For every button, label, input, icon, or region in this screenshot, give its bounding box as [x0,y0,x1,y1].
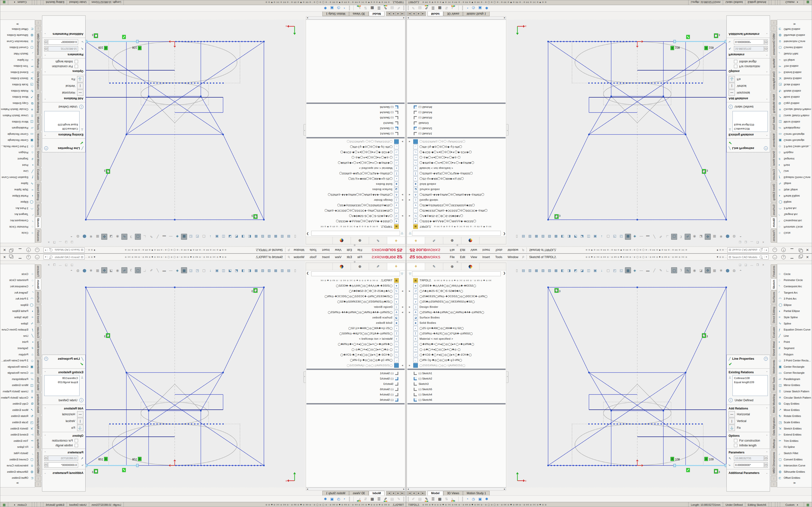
menu-item-partial-ellipse[interactable]: ◗Partial Ellipse [777,308,812,314]
tree-row[interactable]: ▱◯✚ЧƆƧ◦✱◯✳●[◯◎◯]●✳◯✱◦ƧƆЧ✚◯ [306,352,405,357]
menu-item-stretch-entities[interactable]: ⇲Stretch Entities [777,75,812,82]
display-pane-expand-icon[interactable]: ❯ [503,271,506,275]
tab-surfaces[interactable]: Surfaces [35,290,41,304]
angle-spinner[interactable]: ▲▼ [764,39,768,45]
tree-row-sketch[interactable]: (-) Sketch5 [407,387,506,392]
bottom-toolbar-icon[interactable]: ▣ [478,6,481,10]
option-for-construction[interactable]: For construction [42,438,85,443]
minimize-button[interactable] [18,249,21,249]
tree-row-sketch[interactable]: (-) Sketch5 [407,115,506,120]
add-relation-fix[interactable]: ⚓Fix [727,76,770,82]
tree-row[interactable]: ◙Solid Bodies [407,181,506,187]
view-toolbar-icon[interactable]: ▢ [605,268,611,273]
menu-item-spline[interactable]: ∿Spline [0,320,35,327]
menu-item-center-rectangle[interactable]: ▣Center Rectangle [777,363,812,370]
menu-item-corner-rectangle[interactable]: ▭Corner Rectangle [0,370,35,376]
view-toolbar-icon[interactable]: ◪ [108,234,114,239]
view-toolbar-icon[interactable]: ∿ [684,234,691,240]
resources-tab[interactable]: ▩ [804,502,812,507]
tree-row[interactable]: ◐◯Ƨ5·Ц✳✱AM◯◎◯MA✱✳Ц·5Ƨ◯ [407,176,506,181]
tree-row[interactable]: ≡Material < not specified > [407,336,506,341]
menu-item-linear-sketch-pattern[interactable]: ⠿Linear Sketch Pattern [777,388,812,394]
tree-row[interactable]: ◕◯Ƨ5✱◎Ƨ5ИNƐЄ5◯◎◯5ЄƐИN5Ƨ◎✱5Ƨ◯ [407,299,506,304]
view-toolbar-icon[interactable]: Ɜ [128,234,134,239]
add-relation-horizontal[interactable]: —Horizontal [42,89,85,96]
panel-help-icon[interactable]: ? [44,146,48,150]
view-toolbar-icon[interactable]: ◫ [586,234,591,239]
tree-row[interactable]: ∟◯ИN◦Ɔƍ◦✱◎◯◎◯◎✱◦ƍƆ◦ИN◯ [306,145,405,150]
tree-row[interactable]: ≡Material < not specified > [306,166,405,171]
collapse-icon[interactable]: ⌃ [44,371,46,374]
panel-splitter-handle[interactable] [506,124,508,136]
scroll-left-icon[interactable]: ◀ [403,488,405,490]
menu-item-3-point-arc[interactable]: ◠3 Point Arc [0,205,35,212]
bottom-toolbar-icon[interactable]: ▦ [370,6,374,10]
menu-item-mirror-entities[interactable]: ◫Mirror Entities [0,382,35,388]
dimension-label[interactable]: 109 [704,46,714,50]
view-toolbar-icon[interactable]: ╱ [155,234,160,239]
doc-window-control-icon[interactable]: ❑ [65,240,67,243]
add-relation-horizontal[interactable]: —Horizontal [727,411,770,418]
bottom-toolbar-icon[interactable]: ☰ [377,497,380,501]
doc-tab-model[interactable]: Model [369,491,385,495]
menu-item-stretch-entities[interactable]: ⇲Stretch Entities [777,426,812,432]
close-button[interactable]: ✕ [3,255,6,259]
view-toolbar-icon[interactable]: ✣ [705,267,711,273]
view-toolbar-icon[interactable]: ▬ [161,268,167,273]
tab-features[interactable]: Features [771,264,777,278]
menu-item-3-point-center-recta[interactable]: ◇3 Point Center Recta... [0,144,35,150]
close-button[interactable]: ✕ [806,248,809,252]
tree-root-row[interactable]: ▣ TЯPDL2. ◎ ƐЄ ◎ ⋓ ◎ ◎ ◎ ✚ ◎ ƆC ◎ ƐЄ ◎ ∶… [306,224,405,229]
tab-dimxpertmanager[interactable] [333,237,351,244]
relations-listbox[interactable]: Collinear108Equal length109 [732,111,768,132]
menu-item-fit-spline[interactable]: ⌣Fit Spline [777,444,812,450]
option-for-construction[interactable]: For construction [727,438,770,443]
ok-button[interactable]: ✔ [727,361,770,368]
feature-tree[interactable]: ▣ TЯPDL2. ◎ ƐЄ ◎ ⋓ ◎ ◎ ◎ ✚ ◎ ƆC ◎ ƐЄ ◎ ∶… [407,20,506,230]
view-toolbar-icon[interactable]: ▣ [214,234,220,239]
view-toolbar-icon[interactable]: ▣ [592,268,598,273]
menu-item-perimeter-circle[interactable]: ◌Perimeter Circle [0,277,35,283]
tree-row[interactable]: ≡Material < not specified > [407,166,506,171]
relation-item[interactable]: Equal length109 [734,123,766,127]
tab-weldments[interactable]: Weldments [35,132,41,149]
bottom-toolbar-icon[interactable]: ▤ [390,6,394,10]
view-toolbar-icon[interactable]: ✎ [148,268,154,273]
relation-badge[interactable]: 3 [702,333,708,338]
menu-item-copy-entities[interactable]: ⧉Copy Entities [777,400,812,407]
tree-row[interactable]: ◪Surface Bodies [407,187,506,192]
view-toolbar-icon[interactable]: ◨ [240,268,246,273]
add-relation-horizontal[interactable]: —Horizontal [727,89,770,96]
view-toolbar-icon[interactable]: ❀ [88,234,94,239]
view-toolbar-icon[interactable]: ∿ [121,234,128,240]
menu-item-equation-driven-curve[interactable]: ƒEquation Driven Curve [0,326,35,333]
menu-item-style-spline[interactable]: ≈Style Spline [0,314,35,320]
tab-sheet-metal[interactable]: Sheet Metal [35,149,41,167]
pin-icon[interactable]: ⚲ [287,248,291,252]
help-icon[interactable]: ? [781,255,785,259]
menu-item-point[interactable]: ▪Point [777,339,812,345]
view-toolbar-icon[interactable]: ◈ [632,234,638,239]
help-icon[interactable]: ? [781,248,785,252]
option-for-construction[interactable]: For construction [727,64,770,69]
menu-item-extend-entities[interactable]: ⊢Extend Entities [0,69,35,75]
doc-window-control-icon[interactable]: ❒ [756,240,759,243]
menu-item-3-point-arc[interactable]: ◠3 Point Arc [0,295,35,302]
search-dropdown-icon[interactable]: ▼ [764,256,768,258]
menu-item-copy-entities[interactable]: ⧉Copy Entities [0,100,35,107]
menu-more-icon[interactable]: ≫ [0,482,35,485]
view-toolbar-icon[interactable]: ◨ [566,234,572,239]
view-toolbar-icon[interactable]: ▥ [527,234,532,239]
view-toolbar-icon[interactable]: ▤ [520,268,526,273]
splitter-dot[interactable] [354,261,355,263]
checkbox[interactable] [734,60,737,63]
menu-item-fit-spline[interactable]: ⌣Fit Spline [0,57,35,63]
feature-tree[interactable]: ▣ TЯPDL2. ◎ ƐЄ ◎ ⋓ ◎ ◎ ◎ ✚ ◎ ƆC ◎ ƐЄ ◎ ∶… [306,277,405,487]
user-account-icon[interactable]: ◡ [35,255,39,259]
doc-tab-3d-views[interactable]: 3D Views [349,12,368,16]
bottom-toolbar-icon[interactable]: ✎ [384,497,387,501]
tab-sketch[interactable]: Sketch [771,279,777,290]
tab-direct-editing[interactable]: Direct Editing [35,305,41,325]
tree-row[interactable]: ★◯Ƨ5ƐЄ✚◦✱◎⋀AΦ◯◎◯ΦA⋀◎✱◦✚ЄƐ5Ƨ◯ [407,219,506,224]
view-toolbar-icon[interactable]: ◈ [632,268,638,273]
